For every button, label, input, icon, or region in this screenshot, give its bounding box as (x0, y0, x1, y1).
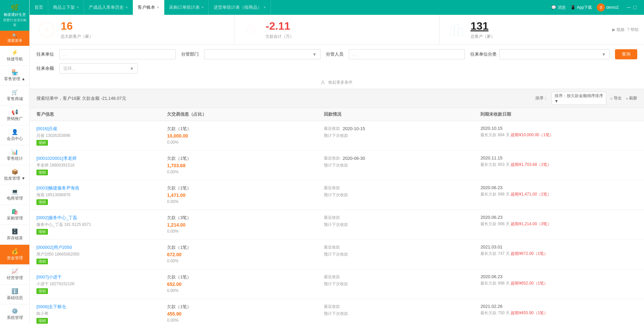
from-unit-label: 往来单位 (36, 51, 57, 57)
tab-products-off-label: 商品上下架 (53, 4, 75, 10)
table-row: [0003]畅捷服务尹海燕 海燕 18513066976 现销 欠款（1笔） 1… (30, 180, 644, 210)
search-button[interactable]: 查询 (615, 49, 637, 59)
tab-products-off-close[interactable]: × (77, 5, 79, 10)
purchase-icon: 🛍️ (1, 208, 28, 215)
tab-purchase-order[interactable]: 采购订单统计表 × (164, 0, 209, 15)
result-bar: 搜索结果中，客户16家 欠款金额 -21,148.07元 排序： 排序：按欠款金… (30, 89, 644, 108)
due-cell: 2020.10.15 最长欠款 884 天 超期¥10,000.00（1笔） (480, 126, 637, 146)
sidebar-item-retail-stat[interactable]: 📊 零售统计 (0, 145, 29, 165)
from-unit-input[interactable]: ... (59, 49, 176, 59)
due-overdue-link[interactable]: 超期¥1,703.68（1笔） (511, 162, 551, 167)
client-name[interactable]: [000002]用户2050 (36, 244, 167, 251)
client-cell: [0006]去下粮仓 陈小希 现销 (36, 304, 167, 324)
client-name[interactable]: [0007]小进干 (36, 274, 167, 280)
sidebar-item-retail-mgmt[interactable]: 🏪 零售管理 ▲ (0, 66, 29, 86)
sidebar-item-member[interactable]: 👤 会员中心 (0, 125, 29, 145)
debt-amount: 652.00 (167, 282, 324, 287)
due-overdue-link[interactable]: 超期¥10,000.00（1笔） (511, 132, 554, 137)
tab-product-history[interactable]: 产成品入库单历史 × (84, 0, 133, 15)
client-name[interactable]: [0001020001]李老师 (36, 155, 167, 161)
filter-person: 分管人员 ... (326, 49, 465, 59)
sort-select[interactable]: 排序：按欠款金额倒序排序 ▼ (552, 92, 606, 105)
client-name[interactable]: [0016]吕俊 (36, 126, 167, 132)
client-name[interactable]: [0006]去下粮仓 (36, 304, 167, 310)
recover-next: 预计下次收款 (324, 252, 481, 257)
tab-stock-stat-close[interactable]: × (263, 5, 266, 10)
recover-date: 2020-10-15 (343, 126, 365, 131)
search-menu-item[interactable]: 🔍 搜索菜单 (0, 31, 29, 46)
refresh-btn[interactable]: ○ 刷新 (626, 95, 637, 101)
sidebar-item-marketing[interactable]: 📢 营销推广 (0, 106, 29, 125)
sidebar-item-finance[interactable]: 💰 资金管理 (0, 245, 29, 265)
client-name[interactable]: [0003]畅捷服务尹海燕 (36, 185, 167, 191)
sidebar-item-ecommerce[interactable]: 💻 电商管理 (0, 185, 29, 205)
export-btn[interactable]: ○ 导出 (610, 95, 622, 101)
sidebar-item-batch-mgmt[interactable]: 📦 批发管理 ▼ (0, 165, 29, 185)
recover-next: 预计下次收款 (324, 281, 481, 287)
stat-help-area: ▶ 视频 ? 帮助 (612, 27, 639, 32)
stat-debt-customers-icon: ¥ (38, 21, 55, 38)
balance-select[interactable]: 选择... ▼ (59, 63, 138, 73)
message-btn[interactable]: 💬 消息 (551, 5, 566, 10)
minimize-btn[interactable]: ─ (627, 4, 631, 10)
person-label: 分管人员 (326, 51, 346, 57)
user-label: demo2 (606, 5, 619, 10)
retail-stat-icon: 📊 (1, 149, 28, 155)
tab-customer-account[interactable]: 客户账本 × (133, 0, 164, 15)
sidebar-nav: ⚡ 快捷导航 🏪 零售管理 ▲ 🛒 零售商城 📢 营销推广 👤 会员中心 📊 零… (0, 46, 29, 324)
recover-label: 最近收款 (324, 155, 340, 161)
col-header-debt: 欠交易信息（占比） (167, 111, 324, 117)
inventory-icon: 🗄️ (1, 228, 28, 235)
debt-cell: 欠款（1笔） 672.00 0.00% (167, 244, 324, 264)
due-overdue-link[interactable]: 超期¥1,471.00（1笔） (511, 192, 551, 197)
help-video-btn[interactable]: ▶ 视频 (612, 27, 624, 32)
due-date: 2020.06.23 (480, 274, 637, 279)
sidebar-item-purchase[interactable]: 🛍️ 采购管理 (0, 205, 29, 225)
tab-customer-account-close[interactable]: × (157, 5, 159, 10)
maximize-btn[interactable]: □ (633, 4, 637, 10)
tab-home[interactable]: 首页 (30, 0, 48, 15)
logo-subtitle: 母婴行业演示账套 (2, 18, 27, 27)
help-help-btn[interactable]: ? 帮助 (627, 27, 639, 32)
person-input[interactable]: ... (349, 49, 465, 59)
dept-select[interactable]: ▼ (204, 49, 320, 59)
due-overdue-link[interactable]: 超期¥652.00（1笔） (511, 281, 548, 286)
debt-cell: 欠款（1笔） 652.00 0.00% (167, 274, 324, 294)
tab-stock-stat[interactable]: 进货单统计表（按商品） × (209, 0, 271, 15)
sidebar-item-retail-mall[interactable]: 🛒 零售商城 (0, 86, 29, 106)
tab-products-off[interactable]: 商品上下架 × (48, 0, 84, 15)
due-overdue-link[interactable]: 超期¥455.90（1笔） (511, 311, 548, 315)
sidebar-item-label: 系统管理 (1, 315, 28, 321)
stat-debt-customers-value: 16 (61, 20, 93, 32)
sidebar-item-system[interactable]: ⚙️ 系统管理 (0, 304, 29, 324)
collapse-filter-btn[interactable]: ⋀ 收起更多条件 (36, 78, 637, 89)
svg-text:◇: ◇ (250, 27, 253, 32)
due-overdue-link[interactable]: 超期¥1,214.00（3笔） (511, 222, 551, 226)
sidebar-item-basic[interactable]: ℹ️ 基础信息 (0, 285, 29, 304)
debt-count: 欠款（1笔） (167, 185, 324, 191)
user-avatar-btn[interactable]: d demo2 (597, 3, 619, 11)
collapse-label: 收起更多条件 (328, 80, 353, 85)
col-header-recover: 回款情况 (324, 111, 481, 117)
video-label: 视频 (616, 27, 624, 32)
sidebar-item-inventory[interactable]: 🗄️ 库存核算 (0, 225, 29, 245)
client-tag: 现销 (36, 229, 48, 235)
due-date: 2021.03.01 (480, 244, 637, 249)
client-name[interactable]: [0002]服务中心_丁磊 (36, 215, 167, 221)
due-overdue-link[interactable]: 超期¥672.00（1笔） (511, 251, 548, 256)
sidebar-item-label: 批发管理 ▼ (1, 176, 28, 181)
due-date: 2021.02.26 (480, 304, 637, 309)
finance-icon: 💰 (1, 248, 28, 255)
debt-amount: 1,703.68 (167, 163, 324, 168)
table-row: [0016]吕俊 吕俊 13026203696 现销 欠款（1笔） 10,000… (30, 121, 644, 151)
app-download-btn[interactable]: 📱 App下载 (570, 5, 592, 10)
tab-product-history-close[interactable]: × (125, 5, 128, 10)
unit-class-select[interactable]: ▼ (499, 49, 610, 59)
sidebar-item-business[interactable]: 📈 经营管理 (0, 265, 29, 285)
tab-purchase-order-close[interactable]: × (201, 5, 204, 10)
sidebar-item-quick[interactable]: ⚡ 快捷导航 (0, 46, 29, 66)
sidebar: 🌿 畅捷通好生意 母婴行业演示账套 🔍 搜索菜单 ⚡ 快捷导航 🏪 零售管理 ▲… (0, 0, 30, 324)
app-logo: 🌿 畅捷通好生意 母婴行业演示账套 (0, 0, 29, 31)
stats-bar: ¥ 16 总欠款客户（家） ◇ -2.11 欠款合计（万） (30, 15, 644, 45)
filter-row-1: 往来单位 ... 分管部门 ▼ 分管人员 ... 往来单位分类 (36, 49, 637, 59)
